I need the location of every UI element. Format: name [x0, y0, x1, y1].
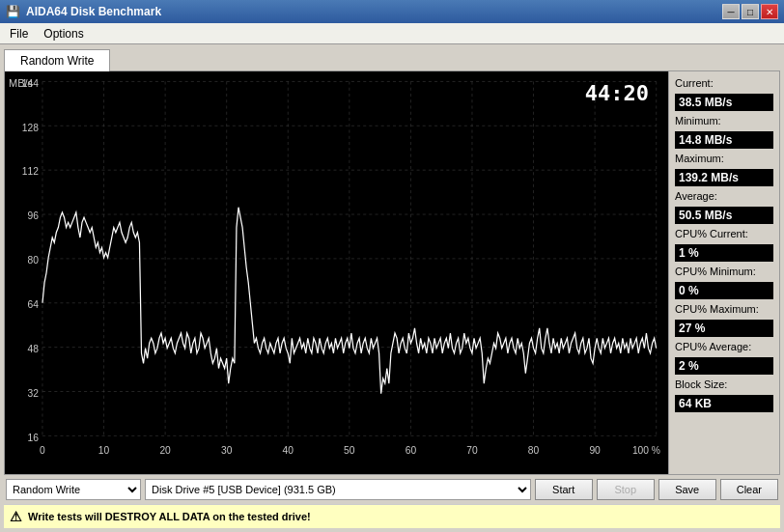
warning-icon: ⚠ — [10, 509, 22, 524]
svg-text:80: 80 — [528, 445, 540, 456]
svg-text:30: 30 — [221, 445, 233, 456]
cpu-minimum-value: 0 % — [675, 282, 773, 299]
timer-display: 44:20 — [585, 81, 649, 105]
svg-text:90: 90 — [589, 445, 601, 456]
warning-text: Write tests will DESTROY ALL DATA on the… — [28, 511, 311, 522]
stop-button[interactable]: Stop — [597, 479, 655, 500]
blocksize-value: 64 KB — [675, 395, 773, 412]
svg-text:80: 80 — [27, 255, 39, 266]
svg-text:48: 48 — [27, 344, 39, 354]
app-icon: 💾 — [6, 5, 20, 18]
minimum-value: 14.8 MB/s — [675, 131, 773, 149]
cpu-minimum-label: CPU% Minimum: — [675, 266, 773, 277]
stats-panel: Current: 38.5 MB/s Minimum: 14.8 MB/s Ma… — [668, 71, 779, 474]
svg-text:96: 96 — [27, 210, 39, 221]
average-value: 50.5 MB/s — [675, 207, 773, 224]
svg-text:70: 70 — [466, 445, 478, 456]
menu-bar: File Options — [0, 23, 784, 44]
blocksize-label: Block Size: — [675, 378, 773, 390]
benchmark-chart: 144 128 112 96 80 64 48 32 16 0 10 20 30… — [5, 71, 668, 474]
start-button[interactable]: Start — [535, 479, 593, 500]
current-value: 38.5 MB/s — [675, 94, 773, 111]
app-title: AIDA64 Disk Benchmark — [26, 5, 161, 18]
cpu-current-value: 1 % — [675, 244, 773, 262]
svg-text:10: 10 — [98, 445, 110, 456]
average-label: Average: — [675, 190, 773, 202]
menu-options[interactable]: Options — [38, 25, 89, 42]
warning-bar: ⚠ Write tests will DESTROY ALL DATA on t… — [4, 504, 780, 528]
minimum-label: Minimum: — [675, 115, 773, 126]
current-label: Current: — [675, 77, 773, 89]
maximum-value: 139.2 MB/s — [675, 169, 773, 186]
close-button[interactable]: ✕ — [761, 4, 778, 19]
cpu-current-label: CPU% Current: — [675, 228, 773, 239]
clear-button[interactable]: Clear — [720, 479, 778, 500]
save-button[interactable]: Save — [658, 479, 716, 500]
svg-text:16: 16 — [27, 433, 39, 443]
svg-text:50: 50 — [344, 445, 355, 456]
svg-text:128: 128 — [22, 122, 39, 132]
svg-text:112: 112 — [22, 166, 39, 177]
svg-text:40: 40 — [283, 445, 294, 456]
cpu-average-value: 2 % — [675, 357, 773, 375]
benchmark-type-dropdown[interactable]: Random Write — [6, 479, 141, 500]
chart-area: MB/s 44:20 — [5, 71, 668, 474]
svg-text:0: 0 — [40, 445, 45, 456]
minimize-button[interactable]: ─ — [722, 4, 740, 19]
svg-text:32: 32 — [27, 388, 39, 399]
menu-file[interactable]: File — [4, 25, 34, 42]
tab-random-write[interactable]: Random Write — [4, 49, 110, 71]
svg-text:60: 60 — [406, 445, 417, 456]
maximum-label: Maximum: — [675, 153, 773, 164]
y-axis-label: MB/s — [9, 77, 33, 89]
maximize-button[interactable]: □ — [742, 4, 759, 19]
cpu-maximum-value: 27 % — [675, 320, 773, 337]
svg-text:100 %: 100 % — [632, 445, 660, 456]
drive-select-dropdown[interactable]: Disk Drive #5 [USB Device] (931.5 GB) — [145, 479, 531, 500]
svg-text:64: 64 — [27, 299, 39, 310]
svg-text:20: 20 — [159, 445, 171, 456]
cpu-average-label: CPU% Average: — [675, 341, 773, 352]
controls-bar: Random Write Disk Drive #5 [USB Device] … — [4, 475, 780, 504]
title-bar: 💾 AIDA64 Disk Benchmark ─ □ ✕ — [0, 0, 784, 23]
cpu-maximum-label: CPU% Maximum: — [675, 303, 773, 315]
